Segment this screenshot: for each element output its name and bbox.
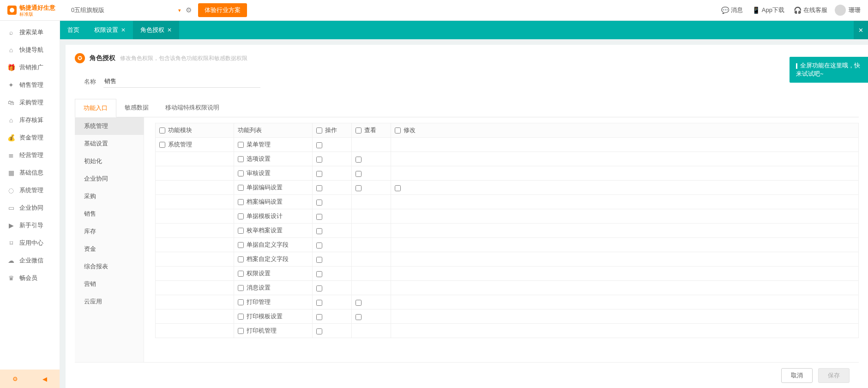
op-checkbox[interactable] — [316, 328, 322, 334]
module-item[interactable]: 库存 — [75, 223, 144, 240]
online-service-link[interactable]: 🎧 在线客服 — [794, 6, 827, 14]
collapse-icon[interactable]: ◀ — [42, 376, 47, 382]
view-checkbox[interactable] — [356, 185, 362, 191]
op-checkbox[interactable] — [316, 257, 322, 263]
th-view[interactable]: 查看 — [352, 123, 391, 138]
view-checkbox[interactable] — [356, 314, 362, 320]
inner-tab[interactable]: 功能入口 — [75, 99, 116, 117]
module-item[interactable]: 基础设置 — [75, 135, 144, 152]
view-checkbox[interactable] — [356, 300, 362, 306]
op-checkbox[interactable] — [316, 200, 322, 206]
op-checkbox[interactable] — [316, 157, 322, 163]
function-checkbox[interactable] — [238, 199, 244, 205]
phone-icon: 📱 — [752, 6, 760, 14]
op-checkbox[interactable] — [316, 185, 322, 191]
sidebar-item[interactable]: ▭企业协同 — [0, 199, 60, 217]
op-checkbox[interactable] — [316, 214, 322, 220]
function-checkbox[interactable] — [238, 185, 244, 191]
th-op[interactable]: 操作 — [313, 123, 352, 138]
function-checkbox[interactable] — [238, 156, 244, 162]
inner-tab[interactable]: 敏感数据 — [116, 99, 157, 117]
th-modify[interactable]: 修改 — [391, 123, 859, 138]
tab[interactable]: 权限设置✕ — [87, 21, 133, 39]
messages-link[interactable]: 💬 消息 — [721, 6, 743, 14]
module-item[interactable]: 云应用 — [75, 293, 144, 310]
sidebar-item[interactable]: 💰资金管理 — [0, 129, 60, 146]
function-checkbox[interactable] — [238, 228, 244, 234]
select-all-view-checkbox[interactable] — [356, 127, 362, 133]
view-checkbox[interactable] — [356, 157, 362, 163]
module-item[interactable]: 企业协同 — [75, 170, 144, 188]
modify-checkbox[interactable] — [395, 185, 401, 191]
sidebar-item[interactable]: ▶新手引导 — [0, 217, 60, 234]
sidebar-item[interactable]: ♛畅会员 — [0, 269, 60, 287]
select-all-op-checkbox[interactable] — [316, 127, 322, 133]
cancel-button[interactable]: 取消 — [781, 368, 813, 383]
function-checkbox[interactable] — [238, 328, 244, 334]
sidebar-item[interactable]: ▦基础信息 — [0, 164, 60, 182]
module-item[interactable]: 营销 — [75, 275, 144, 293]
close-icon[interactable]: ✕ — [167, 27, 172, 33]
sidebar-item[interactable]: ◌系统管理 — [0, 182, 60, 199]
close-all-tabs[interactable]: ✕ — [854, 21, 868, 39]
tab[interactable]: 角色授权✕ — [133, 21, 179, 39]
function-checkbox[interactable] — [238, 142, 244, 148]
select-all-modify-checkbox[interactable] — [395, 127, 401, 133]
th-module[interactable]: 功能模块 — [156, 123, 234, 138]
op-checkbox[interactable] — [316, 300, 322, 306]
function-checkbox[interactable] — [238, 285, 244, 291]
org-selector[interactable]: 0五组旗舰版 ▾ — [71, 6, 181, 14]
fullscreen-hint-toast[interactable]: 全屏功能在这里哦，快来试试吧~ — [790, 57, 868, 83]
op-checkbox[interactable] — [316, 142, 322, 148]
try-industry-button[interactable]: 体验行业方案 — [198, 3, 247, 17]
logo-area[interactable]: 畅捷通好生意 标准版 — [7, 4, 67, 17]
op-checkbox[interactable] — [316, 285, 322, 291]
module-item[interactable]: 系统管理 — [75, 117, 144, 135]
app-download-link[interactable]: 📱 App下载 — [752, 6, 784, 14]
function-checkbox[interactable] — [238, 170, 244, 176]
sidebar-item[interactable]: ⌕搜索菜单 — [0, 24, 60, 41]
select-all-module-checkbox[interactable] — [159, 127, 165, 133]
sidebar-item-icon: ✦ — [7, 81, 15, 89]
close-icon[interactable]: ✕ — [121, 27, 126, 33]
module-item[interactable]: 初始化 — [75, 152, 144, 170]
module-checkbox[interactable] — [159, 142, 165, 148]
sidebar-item[interactable]: 🎁营销推广 — [0, 59, 60, 76]
view-checkbox[interactable] — [356, 171, 362, 177]
sidebar-item[interactable]: ✦销售管理 — [0, 76, 60, 94]
settings-icon[interactable]: ⚙ — [12, 376, 18, 382]
function-label: 权限设置 — [247, 270, 271, 277]
sidebar-item[interactable]: ☁企业微信 — [0, 252, 60, 269]
module-item[interactable]: 销售 — [75, 205, 144, 223]
sidebar-item[interactable]: ⌑应用中心 — [0, 234, 60, 252]
module-item[interactable]: 综合报表 — [75, 258, 144, 275]
module-item[interactable]: 资金 — [75, 240, 144, 258]
sidebar-item[interactable]: 🛍采购管理 — [0, 94, 60, 111]
function-checkbox[interactable] — [238, 299, 244, 305]
op-checkbox[interactable] — [316, 171, 322, 177]
sidebar-item-label: 快捷导航 — [19, 46, 43, 54]
op-checkbox[interactable] — [316, 271, 322, 277]
function-checkbox[interactable] — [238, 314, 244, 320]
avatar[interactable] — [835, 5, 846, 16]
op-checkbox[interactable] — [316, 228, 322, 234]
table-row: 打印机管理 — [156, 324, 859, 338]
logo-text-wrap: 畅捷通好生意 标准版 — [19, 4, 55, 17]
op-checkbox[interactable] — [316, 242, 322, 249]
inner-tab[interactable]: 移动端特殊权限说明 — [157, 99, 228, 117]
gear-icon[interactable]: ⚙ — [186, 6, 192, 14]
function-checkbox[interactable] — [238, 213, 244, 219]
op-checkbox[interactable] — [316, 314, 322, 320]
cell-modify — [391, 324, 859, 338]
module-item[interactable]: 采购 — [75, 188, 144, 205]
sidebar-item-icon: ⌑ — [7, 239, 15, 247]
name-value[interactable]: 销售 — [103, 75, 260, 88]
sidebar-item[interactable]: ⌂库存核算 — [0, 111, 60, 129]
cell-op — [313, 138, 352, 152]
sidebar-item[interactable]: ⌂快捷导航 — [0, 41, 60, 59]
tab[interactable]: 首页 — [60, 21, 87, 39]
function-checkbox[interactable] — [238, 256, 244, 262]
function-checkbox[interactable] — [238, 242, 244, 248]
sidebar-item[interactable]: ≣经营管理 — [0, 146, 60, 164]
function-checkbox[interactable] — [238, 271, 244, 277]
